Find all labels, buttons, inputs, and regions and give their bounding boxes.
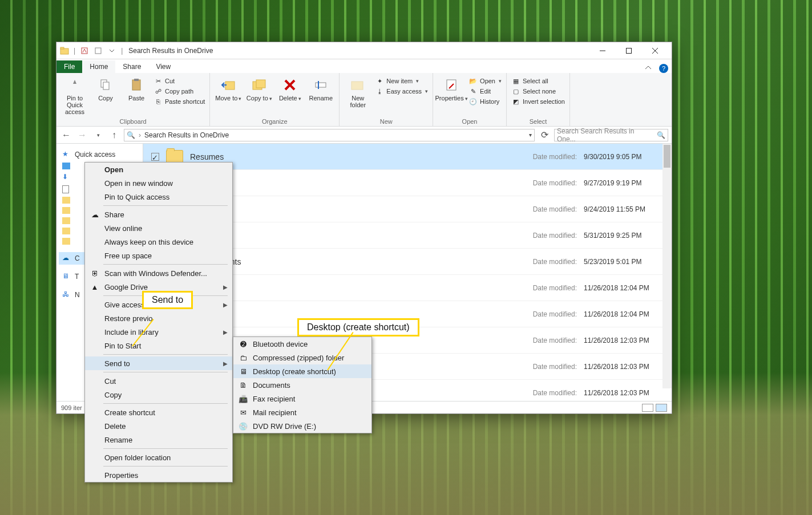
address-bar[interactable]: 🔍 › Search Results in OneDrive ▾ — [124, 129, 535, 141]
chevron-right-icon: ▶ — [223, 360, 228, 367]
menu-item[interactable]: ⛨Scan with Windows Defender... — [85, 266, 232, 280]
menu-item[interactable]: ☁Share — [85, 208, 232, 221]
nav-up-button[interactable]: ↑ — [108, 129, 120, 141]
fax-icon: 📠 — [238, 395, 248, 403]
sidebar-quick-access[interactable]: ★Quick access — [59, 148, 140, 161]
view-large-button[interactable] — [656, 404, 667, 412]
menu-item[interactable]: 📠Fax recipient — [233, 392, 371, 405]
svg-rect-9 — [103, 82, 109, 90]
qat-sep2: | — [121, 47, 123, 55]
paste-button[interactable]: Paste — [123, 75, 150, 117]
move-icon — [220, 76, 237, 94]
menu-item[interactable]: Free up space — [85, 249, 232, 262]
menu-item-label: Open folder location — [104, 453, 171, 462]
qat-newfolder-icon[interactable] — [94, 46, 103, 55]
easy-access-button[interactable]: ⭳Easy access▾ — [375, 87, 428, 96]
svg-rect-5 — [627, 48, 632, 53]
file-name: ve Documents — [190, 257, 526, 266]
date-modified-label: Date modified: — [533, 363, 577, 371]
vertical-scrollbar[interactable] — [662, 144, 672, 388]
menu-item[interactable]: 🗎Documents — [233, 378, 371, 392]
scrollbar-thumb[interactable] — [664, 145, 670, 168]
search-box[interactable]: Search Search Results in One... 🔍 — [554, 129, 668, 141]
ribbon-group-open: Properties▾ 📂Open▾ ✎Edit 🕘History Open — [433, 73, 507, 126]
menu-item[interactable]: Always keep on this device — [85, 235, 232, 249]
select-none-button[interactable]: ▢Select none — [511, 87, 565, 96]
tab-file[interactable]: File — [56, 60, 82, 73]
menu-item[interactable]: ➋Bluetooth device — [233, 337, 371, 351]
menu-item-label: Cut — [104, 377, 116, 386]
nav-recent-button[interactable]: ▾ — [92, 129, 104, 141]
menu-item[interactable]: View online — [85, 221, 232, 235]
menu-item[interactable]: ✉Mail recipient — [233, 405, 371, 419]
menu-item-label: Open — [104, 165, 123, 174]
refresh-button[interactable]: ⟳ — [538, 129, 551, 141]
pin-to-quick-access-button[interactable]: Pin to Quick access — [61, 75, 88, 117]
context-menu: OpenOpen in new windowPin to Quick acces… — [84, 162, 233, 482]
copy-path-button[interactable]: ☍Copy path — [153, 87, 205, 96]
menu-item-label: Restore previo — [104, 314, 153, 323]
copypath-icon: ☍ — [153, 87, 163, 96]
desk-icon: 🖥 — [238, 367, 248, 376]
scissors-icon: ✂ — [153, 76, 163, 86]
menu-item[interactable]: Delete — [85, 419, 232, 433]
menu-item[interactable]: Pin to Quick access — [85, 190, 232, 204]
tab-home[interactable]: Home — [82, 60, 115, 73]
copy-to-button[interactable]: Copy to▾ — [245, 75, 273, 117]
invert-selection-button[interactable]: ◩Invert selection — [511, 97, 565, 106]
qat-dropdown-icon[interactable] — [107, 46, 116, 55]
view-details-button[interactable] — [642, 404, 653, 412]
edit-button[interactable]: ✎Edit — [468, 87, 502, 96]
menu-item[interactable]: Include in library▶ — [85, 325, 232, 339]
minimize-button[interactable] — [589, 42, 616, 59]
menu-item[interactable]: Pin to Start — [85, 339, 232, 352]
menu-item[interactable]: Open folder location — [85, 451, 232, 464]
history-icon: 🕘 — [468, 97, 478, 106]
row-checkbox[interactable]: ✓ — [151, 153, 159, 161]
select-all-button[interactable]: ▦Select all — [511, 76, 565, 86]
menu-item[interactable]: Copy — [85, 388, 232, 402]
cut-button[interactable]: ✂Cut — [153, 76, 205, 86]
tab-share[interactable]: Share — [115, 60, 148, 73]
menu-item[interactable]: Open — [85, 163, 232, 176]
nav-back-button[interactable]: ← — [60, 129, 72, 141]
maximize-button[interactable] — [616, 42, 642, 59]
menu-item[interactable]: Rename — [85, 433, 232, 447]
ribbon-collapse[interactable] — [641, 63, 656, 73]
svg-rect-17 — [316, 83, 326, 87]
open-icon: 📂 — [468, 76, 478, 86]
menu-item[interactable]: 🗀Compressed (zipped) folder — [233, 351, 371, 364]
menu-item-label: Include in library — [104, 328, 159, 336]
menu-item-label: Fax recipient — [253, 395, 295, 403]
nav-forward-button[interactable]: → — [76, 129, 88, 141]
open-button[interactable]: 📂Open▾ — [468, 76, 502, 86]
new-folder-button[interactable]: New folder — [344, 75, 371, 117]
paste-shortcut-button[interactable]: ⎘Paste shortcut — [153, 97, 205, 106]
date-modified-label: Date modified: — [533, 258, 577, 266]
menu-item[interactable]: 💿DVD RW Drive (E:) — [233, 419, 371, 433]
menu-item[interactable]: Open in new window — [85, 176, 232, 190]
delete-button[interactable]: Delete▾ — [276, 75, 304, 117]
tab-view[interactable]: View — [148, 60, 178, 73]
paste-icon — [128, 76, 145, 94]
menu-item[interactable]: 🖥Desktop (create shortcut) — [233, 364, 371, 378]
properties-button[interactable]: Properties▾ — [438, 75, 465, 117]
menu-item[interactable]: Restore previo — [85, 311, 232, 325]
qat-properties-icon[interactable] — [80, 46, 89, 55]
menu-item-label: Create shortcut — [104, 408, 155, 417]
move-to-button[interactable]: Move to▾ — [215, 75, 242, 117]
easy-icon: ⭳ — [375, 87, 384, 96]
menu-item[interactable]: Send to▶ — [85, 356, 232, 370]
menu-item[interactable]: Cut — [85, 374, 232, 388]
menu-item[interactable]: Properties — [85, 468, 232, 482]
help-button[interactable]: ? — [659, 64, 668, 73]
history-button[interactable]: 🕘History — [468, 97, 502, 106]
menu-item[interactable]: Create shortcut — [85, 405, 232, 419]
new-item-button[interactable]: ✦New item▾ — [375, 76, 428, 86]
rename-button[interactable]: Rename — [307, 75, 334, 117]
close-button[interactable] — [642, 42, 668, 59]
copy-button[interactable]: Copy — [92, 75, 119, 117]
doc-icon: 🗎 — [238, 381, 248, 390]
dvd-icon: 💿 — [238, 422, 248, 431]
menu-item-label: Rename — [104, 436, 132, 444]
